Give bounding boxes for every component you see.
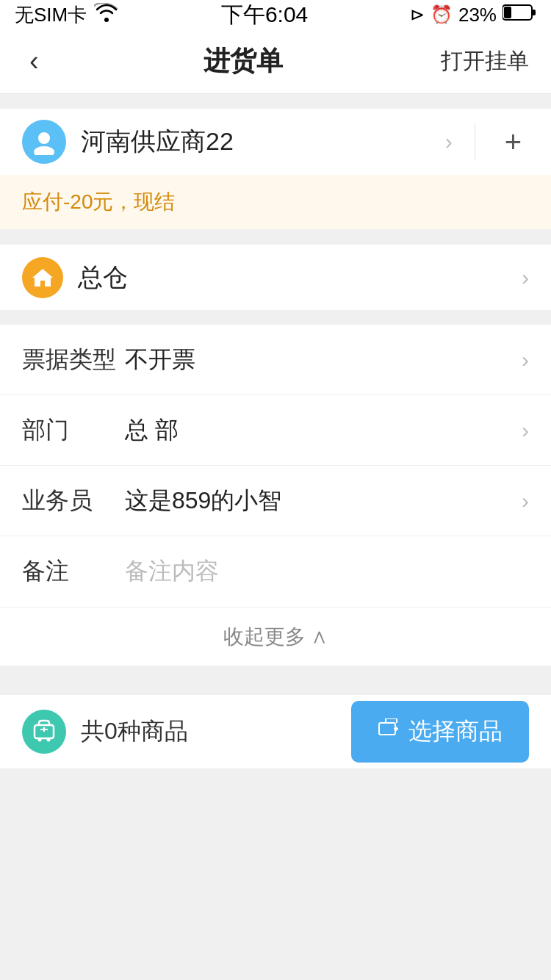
status-right: ⊳ ⏰ 23% (410, 4, 536, 26)
department-value: 总 部 (125, 414, 514, 447)
battery-icon (503, 4, 536, 26)
svg-rect-2 (504, 7, 511, 18)
department-row[interactable]: 部门 总 部 › (0, 395, 551, 466)
select-product-button[interactable]: 选择商品 (351, 701, 529, 763)
status-left: 无SIM卡 (15, 2, 119, 28)
salesman-row[interactable]: 业务员 这是859的小智 › (0, 466, 551, 536)
bottom-area (0, 768, 551, 980)
supplier-section: 河南供应商22 › + 应付-20元，现结 (0, 109, 551, 229)
alarm-icon: ⏰ (431, 4, 453, 25)
invoice-row[interactable]: 票据类型 不开票 › (0, 325, 551, 395)
warehouse-name: 总仓 (78, 261, 514, 295)
home-icon (31, 266, 54, 289)
warehouse-row[interactable]: 总仓 › (0, 244, 551, 310)
cart-icon (32, 719, 57, 744)
salesman-value: 这是859的小智 (125, 485, 514, 517)
svg-rect-10 (379, 723, 395, 735)
remark-label: 备注 (22, 555, 125, 588)
warehouse-chevron-icon: › (522, 265, 529, 290)
notice-bar: 应付-20元，现结 (0, 175, 551, 229)
section-gap-3 (0, 666, 551, 680)
section-gap-2 (0, 229, 551, 244)
nav-bar: ‹ 进货单 打开挂单 (0, 29, 551, 94)
product-section: 共0种商品 选择商品 (0, 695, 551, 768)
select-btn-icon (378, 718, 400, 746)
wifi-icon (94, 3, 119, 27)
open-pending-button[interactable]: 打开挂单 (441, 46, 529, 76)
collapse-row[interactable]: 收起更多 ∧ (0, 607, 551, 666)
supplier-name: 河南供应商22 (81, 125, 445, 159)
section-gap-1 (0, 94, 551, 109)
warehouse-icon-circle (22, 257, 63, 298)
salesman-chevron-icon: › (522, 489, 529, 514)
svg-point-4 (34, 146, 54, 155)
supplier-row[interactable]: 河南供应商22 › + (0, 109, 551, 175)
svg-point-6 (38, 738, 42, 742)
department-chevron-icon: › (522, 418, 529, 443)
supplier-chevron-icon: › (445, 129, 453, 154)
notice-text: 应付-20元，现结 (22, 190, 175, 213)
select-btn-text: 选择商品 (408, 716, 503, 748)
invoice-value: 不开票 (125, 344, 514, 376)
page-title: 进货单 (204, 43, 283, 79)
collapse-text: 收起更多 ∧ (223, 623, 328, 651)
product-count-text: 共0种商品 (81, 716, 351, 748)
remark-row[interactable]: 备注 备注内容 (0, 536, 551, 607)
salesman-label: 业务员 (22, 485, 125, 517)
form-section: 票据类型 不开票 › 部门 总 部 › 业务员 这是859的小智 › 备注 备注… (0, 325, 551, 607)
battery-percent: 23% (458, 4, 497, 26)
back-button[interactable]: ‹ (22, 38, 46, 84)
supplier-actions: › + (445, 123, 529, 160)
status-bar: 无SIM卡 下午6:04 ⊳ ⏰ 23% (0, 0, 551, 29)
remark-input[interactable]: 备注内容 (125, 555, 529, 588)
divider (475, 123, 475, 160)
product-icon-circle (22, 710, 66, 754)
invoice-chevron-icon: › (522, 347, 529, 372)
svg-point-7 (47, 738, 51, 742)
location-icon: ⊳ (410, 4, 425, 25)
add-icon[interactable]: + (497, 126, 529, 159)
supplier-avatar (22, 120, 66, 164)
carrier-text: 无SIM卡 (15, 2, 87, 28)
department-label: 部门 (22, 414, 125, 447)
status-time: 下午6:04 (221, 0, 308, 30)
invoice-label: 票据类型 (22, 344, 125, 376)
svg-point-3 (38, 132, 50, 144)
user-icon (31, 129, 57, 155)
svg-rect-1 (532, 10, 536, 15)
